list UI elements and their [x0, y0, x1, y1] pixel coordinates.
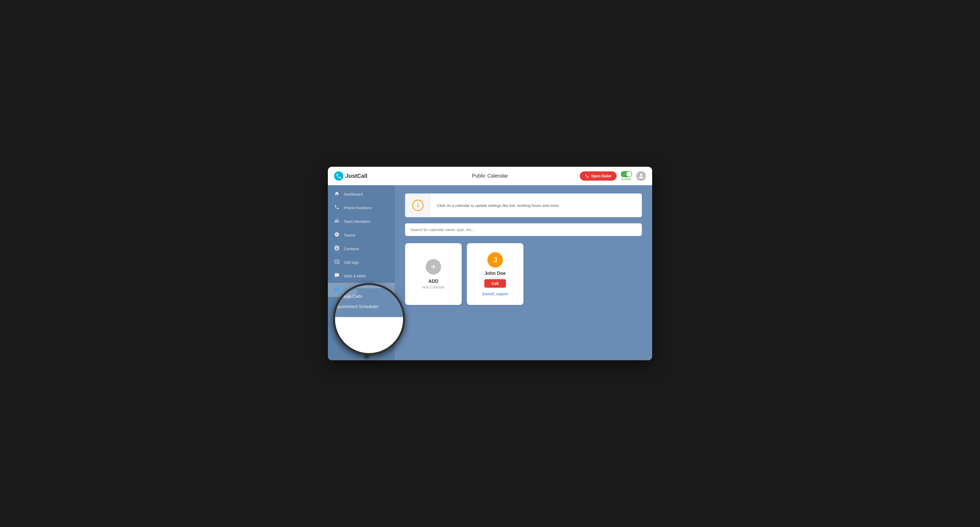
top-right-controls: Open Dialer Available [579, 171, 646, 181]
contacts-icon [334, 245, 340, 252]
sidebar-item-sms-mms[interactable]: SMS & MMS [328, 269, 395, 283]
sidebar-label-call-logs: Call logs [344, 260, 359, 264]
sidebar-label-dashboard: Dashboard [344, 192, 363, 196]
info-banner-text: Click on a calendar to update settings l… [431, 198, 566, 213]
open-dialer-label: Open Dialer [591, 174, 611, 178]
phone-icon [334, 205, 340, 211]
sms-icon [334, 273, 340, 279]
add-card-title: ADD [428, 279, 439, 284]
page-title: Public Calendar [401, 173, 579, 179]
toggle-switch[interactable] [621, 171, 632, 177]
sidebar-label-phone-numbers: Phone Numbers [344, 205, 372, 210]
sidebar-label-teams: Teams [344, 233, 355, 237]
call-logs-icon [334, 259, 340, 266]
toggle-label: Available [621, 178, 632, 181]
logo-icon [334, 171, 343, 181]
content-area: i Click on a calendar to update settings… [395, 185, 652, 360]
john-doe-name: John Doe [485, 271, 506, 276]
mag-sub-menu: Schedule Calls Appointment Scheduler [333, 290, 405, 313]
teams-icon [334, 232, 340, 238]
calendar-cards-grid: + ADD New Calendar J John Doe Call [405, 243, 642, 305]
sidebar-label-team-members: Team Members [344, 219, 370, 224]
info-icon-section: i [405, 194, 431, 217]
calendar-search-input[interactable] [405, 223, 642, 236]
info-banner: i Click on a calendar to update settings… [405, 194, 642, 217]
add-calendar-icon: + [426, 259, 441, 275]
magnifier-lens: Scheduler Schedule Calls Appointment Sch… [333, 283, 405, 355]
mag-appointment-scheduler: Appointment Scheduler [333, 302, 405, 312]
add-card-subtitle: New Calendar [422, 285, 445, 289]
sidebar-label-contacts: Contacts [344, 247, 359, 251]
sidebar-label-sms-mms: SMS & MMS [344, 274, 366, 278]
add-calendar-card[interactable]: + ADD New Calendar [405, 243, 462, 305]
team-members-icon [334, 218, 340, 224]
call-button[interactable]: Call [484, 279, 506, 288]
logo-area: JustCall [334, 171, 401, 181]
calendar-link[interactable]: /justcall_support [482, 292, 508, 296]
info-circle-icon: i [412, 200, 423, 211]
home-icon [334, 191, 340, 197]
open-dialer-button[interactable]: Open Dialer [580, 171, 617, 181]
sidebar-item-dashboard[interactable]: Dashboard [328, 187, 395, 201]
sidebar-item-call-logs[interactable]: Call logs [328, 256, 395, 269]
logo-text: JustCall [345, 173, 368, 179]
sidebar-item-phone-numbers[interactable]: Phone Numbers [328, 201, 395, 215]
john-doe-avatar: J [487, 252, 503, 267]
sidebar-item-team-members[interactable]: Team Members [328, 215, 395, 228]
sidebar-item-teams[interactable]: Teams [328, 228, 395, 242]
john-doe-calendar-card[interactable]: J John Doe Call /justcall_support [467, 243, 523, 305]
sidebar-item-contacts[interactable]: Contacts [328, 242, 395, 256]
user-avatar-button[interactable] [636, 171, 646, 181]
availability-toggle[interactable]: Available [621, 171, 632, 181]
